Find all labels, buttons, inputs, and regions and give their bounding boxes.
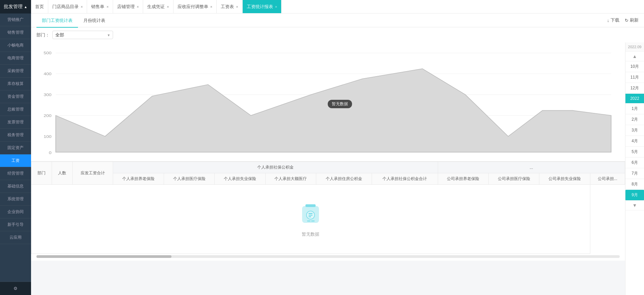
calendar-month-7[interactable]: 7月 [625, 168, 644, 179]
svg-rect-19 [307, 220, 311, 222]
sidebar-header[interactable]: 批发管理 ▲ [0, 0, 31, 13]
col-dept: 部门 [31, 162, 52, 185]
empty-state: 暂无数据 [35, 187, 586, 251]
col-personal-housing: 个人承担住房公积金 [316, 173, 372, 185]
tab-sales[interactable]: 销售单 × [87, 0, 113, 13]
table-scrollbar[interactable] [36, 255, 620, 258]
department-select-wrapper: 全部 销售部 采购部 财务部 行政部 ▼ [52, 31, 113, 39]
page-scrollable: 500 400 300 200 100 0 [31, 42, 625, 295]
calendar-month-8[interactable]: 8月 [625, 179, 644, 190]
calendar-month-4[interactable]: 4月 [625, 136, 644, 147]
calendar-nav-down[interactable]: ▼ [625, 201, 644, 210]
sidebar-item-7[interactable]: 总账管理 [0, 103, 31, 116]
calendar-year-2022[interactable]: 2022 [625, 94, 644, 104]
empty-icon [297, 201, 324, 228]
calendar-month-3[interactable]: 3月 [625, 125, 644, 136]
sidebar-item-3[interactable]: 电商管理 [0, 52, 31, 65]
sidebar-item-17[interactable]: 云应用 [0, 231, 31, 244]
main-area: 首页 门店商品目录 × 销售单 × 店铺管理 × 生成凭证 × 应收应付调整单 … [31, 0, 644, 295]
sidebar-item-15[interactable]: 企业协同 [0, 206, 31, 218]
close-icon[interactable]: × [210, 5, 212, 9]
tab-home-label: 首页 [35, 4, 44, 10]
sidebar-item-12[interactable]: 经营管理 [0, 167, 31, 180]
calendar-month-2[interactable]: 2月 [625, 114, 644, 125]
sidebar: 批发管理 ▲ 营销推广 销售管理 小畅电商 电商管理 采购管理 库存核算 资金管… [0, 0, 31, 295]
sidebar-item-5[interactable]: 库存核算 [0, 78, 31, 90]
calendar-year-label: 2022.09 [625, 42, 644, 52]
data-table: 部门 人数 应发工资合计 个人承担社保公积金 ... 个人承担养老保险 个人承担… [31, 161, 625, 254]
close-icon[interactable]: × [236, 5, 238, 9]
calendar-month-6[interactable]: 6月 [625, 157, 644, 168]
sidebar-item-16[interactable]: 新手引导 [0, 218, 31, 231]
tab-store-catalog[interactable]: 门店商品目录 × [48, 0, 87, 13]
svg-rect-20 [311, 220, 315, 222]
settings-button[interactable]: ⚙ [0, 282, 31, 295]
col-personal-medical: 个人承担医疗保险 [164, 173, 214, 185]
table-wrapper: 部门 人数 应发工资合计 个人承担社保公积金 ... 个人承担养老保险 个人承担… [31, 161, 625, 261]
sidebar-item-10[interactable]: 固定资产 [0, 142, 31, 154]
calendar-month-5[interactable]: 5月 [625, 147, 644, 157]
tab-home[interactable]: 首页 [31, 0, 48, 13]
sidebar-item-2[interactable]: 小畅电商 [0, 39, 31, 52]
sidebar-item-0[interactable]: 营销推广 [0, 13, 31, 26]
sub-tab-dept[interactable]: 部门工资统计表 [36, 14, 78, 28]
col-company-unemployment: 公司承担失业保险 [539, 173, 590, 185]
department-select[interactable]: 全部 销售部 采购部 财务部 行政部 [52, 31, 113, 39]
sidebar-item-1[interactable]: 销售管理 [0, 26, 31, 39]
table-scrollbar-thumb[interactable] [36, 255, 171, 258]
refresh-icon: ↻ [625, 18, 628, 23]
tab-payroll-report[interactable]: 工资统计报表 × [243, 0, 281, 13]
sidebar-title: 批发管理 [4, 4, 23, 10]
sidebar-item-8[interactable]: 发票管理 [0, 116, 31, 129]
svg-rect-17 [308, 215, 313, 215]
calendar-nav-up[interactable]: ▲ [625, 52, 644, 61]
refresh-button[interactable]: ↻ 刷新 [625, 17, 639, 23]
calendar-month-11[interactable]: 11月 [625, 72, 644, 83]
sidebar-item-4[interactable]: 采购管理 [0, 65, 31, 78]
tab-sales-label: 销售单 [91, 4, 104, 10]
filter-label: 部门： [36, 32, 50, 38]
download-label: 下载 [611, 17, 619, 23]
close-icon[interactable]: × [106, 5, 108, 9]
calendar-month-12[interactable]: 12月 [625, 83, 644, 94]
gear-icon: ⚙ [14, 286, 18, 291]
filter-row: 部门： 全部 销售部 采购部 财务部 行政部 ▼ [31, 27, 644, 42]
table-scrollbar-container [31, 254, 625, 261]
close-icon[interactable]: × [275, 5, 277, 9]
svg-text:200: 200 [44, 113, 51, 118]
sub-tab-month[interactable]: 月份统计表 [78, 14, 111, 28]
tab-store-mgmt[interactable]: 店铺管理 × [113, 0, 143, 13]
download-button[interactable]: ↓ 下载 [607, 17, 620, 23]
refresh-label: 刷新 [630, 17, 639, 23]
calendar-month-1[interactable]: 1月 [625, 104, 644, 114]
sidebar-item-11[interactable]: 工资 [0, 154, 31, 167]
tab-payroll[interactable]: 工资表 × [217, 0, 242, 13]
sidebar-item-14[interactable]: 系统管理 [0, 193, 31, 206]
col-total-salary: 应发工资合计 [72, 162, 113, 185]
calendar-panel: 2022.09 ▲ 10月 11月 12月 2022 1月 [625, 42, 644, 295]
calendar-month-9[interactable]: 9月 [625, 190, 644, 201]
tab-voucher[interactable]: 生成凭证 × [143, 0, 173, 13]
page-inner: 部门工资统计表 月份统计表 ↓ 下载 ↻ 刷新 [31, 13, 644, 295]
tab-ar-ap[interactable]: 应收应付调整单 × [173, 0, 217, 13]
col-group-personal: 个人承担社保公积金 [113, 162, 438, 173]
tab-voucher-label: 生成凭证 [147, 4, 165, 10]
empty-row: 暂无数据 [31, 185, 625, 254]
svg-text:0: 0 [49, 150, 52, 155]
close-icon[interactable]: × [137, 5, 139, 9]
close-icon[interactable]: × [81, 5, 83, 9]
col-company-medical: 公司承担医疗保险 [488, 173, 539, 185]
close-icon[interactable]: × [167, 5, 169, 9]
sidebar-item-9[interactable]: 税务管理 [0, 129, 31, 142]
svg-rect-16 [308, 213, 313, 214]
svg-text:100: 100 [44, 134, 51, 139]
sidebar-item-13[interactable]: 基础信息 [0, 180, 31, 193]
empty-text: 暂无数据 [302, 231, 319, 237]
tab-store-catalog-label: 门店商品目录 [52, 4, 79, 10]
svg-marker-12 [56, 69, 611, 152]
tab-ar-ap-label: 应收应付调整单 [178, 4, 208, 10]
calendar-month-10[interactable]: 10月 [625, 61, 644, 72]
col-personal-total: 个人承担社保公积金合计 [372, 173, 438, 185]
sidebar-item-6[interactable]: 资金管理 [0, 90, 31, 103]
tab-store-mgmt-label: 店铺管理 [117, 4, 135, 10]
